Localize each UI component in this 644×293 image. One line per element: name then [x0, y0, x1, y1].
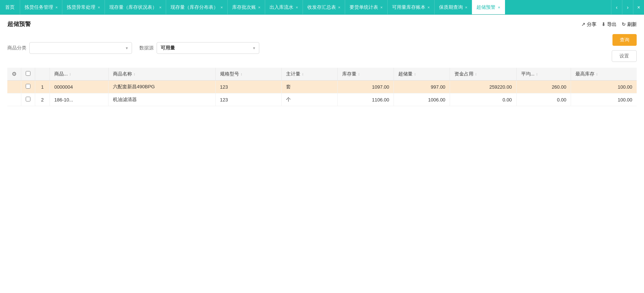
nav-tab-3[interactable]: 现存量（库存状况表） × — [105, 0, 166, 15]
row2-sku: 186-10... — [50, 93, 109, 106]
close-tab-7-icon[interactable]: × — [338, 5, 340, 10]
nav-close-button[interactable]: × — [633, 0, 644, 15]
share-button[interactable]: ↗ 分享 — [581, 21, 596, 28]
nav-tab-8[interactable]: 要货单统计表 × — [345, 0, 387, 15]
nav-tab-9[interactable]: 可用量库存账本 × — [388, 0, 435, 15]
row1-sku: 0000004 — [50, 81, 109, 93]
nav-tab-2[interactable]: 拣货异常处理 × — [62, 0, 105, 15]
refresh-icon: ↻ — [622, 22, 626, 27]
col-header-spec[interactable]: 规格型号 ↕ — [215, 68, 281, 81]
page-title: 超储预警 — [7, 21, 31, 28]
page-content: 超储预警 ↗ 分享 ⬇ 导出 ↻ 刷新 商品分类 ▾ — [0, 15, 644, 112]
col-header-over[interactable]: 超储量 ↕ — [394, 68, 450, 81]
row2-num: 2 — [35, 93, 50, 106]
select-all-checkbox[interactable] — [26, 71, 30, 76]
spec-sort-icon: ↕ — [241, 72, 242, 76]
nav-tab-1[interactable]: 拣货任务管理 × — [20, 0, 62, 15]
close-tab-10-icon[interactable]: × — [465, 5, 467, 10]
sku-sort-icon: ↕ — [69, 72, 71, 76]
gear-icon[interactable]: ⚙ — [12, 71, 17, 77]
category-select[interactable]: ▾ — [29, 42, 132, 54]
row1-settings-cell — [7, 81, 21, 93]
nav-tab-11[interactable]: 超储预警 × — [472, 0, 505, 15]
page-title-actions: ↗ 分享 ⬇ 导出 ↻ 刷新 — [581, 21, 637, 28]
col-header-rownum — [35, 68, 50, 81]
row1-checkbox[interactable] — [26, 84, 30, 89]
max-sort[interactable]: 最高库存 ↕ — [575, 71, 598, 77]
row2-name: 机油滤清器 — [109, 93, 216, 106]
col-header-checkbox[interactable] — [21, 68, 35, 81]
setting-button[interactable]: 设置 — [612, 50, 637, 62]
page-title-row: 超储预警 ↗ 分享 ⬇ 导出 ↻ 刷新 — [7, 21, 637, 28]
filter-row: 商品分类 ▾ 数据源 可用量 ▾ 查询 设置 — [7, 34, 637, 62]
name-sort-icon: ↕ — [133, 72, 135, 76]
max-sort-icon: ↕ — [596, 72, 598, 76]
export-button[interactable]: ⬇ 导出 — [601, 21, 616, 28]
export-icon: ⬇ — [601, 22, 605, 27]
table-row: 2 186-10... 机油滤清器 123 个 1106.00 1006.00 … — [7, 93, 637, 106]
close-tab-1-icon[interactable]: × — [55, 5, 58, 10]
col-header-fund[interactable]: 资金占用 ↕ — [450, 68, 516, 81]
nav-tab-4[interactable]: 现存量（库存分布表） × — [166, 0, 227, 15]
avg-sort[interactable]: 平均... ↕ — [521, 71, 538, 77]
unit-sort-icon: ↕ — [302, 72, 304, 76]
col-header-settings[interactable]: ⚙ — [7, 68, 21, 81]
close-tab-8-icon[interactable]: × — [380, 5, 383, 10]
fund-sort[interactable]: 资金占用 ↕ — [454, 71, 477, 77]
query-button[interactable]: 查询 — [612, 34, 637, 46]
close-tab-11-icon[interactable]: × — [498, 5, 500, 10]
close-tab-4-icon[interactable]: × — [220, 5, 223, 10]
close-tab-5-icon[interactable]: × — [258, 5, 260, 10]
refresh-button[interactable]: ↻ 刷新 — [622, 21, 637, 28]
nav-tab-10[interactable]: 保质期查询 × — [435, 0, 472, 15]
row1-checkbox-cell[interactable] — [21, 81, 35, 93]
name-sort[interactable]: 商品名称 ↕ — [113, 71, 135, 77]
nav-tab-7[interactable]: 收发存汇总表 × — [303, 0, 345, 15]
datasource-label: 数据源 — [139, 45, 154, 51]
row2-spec: 123 — [215, 93, 281, 106]
row1-unit: 套 — [282, 81, 338, 93]
avg-sort-icon: ↕ — [536, 72, 538, 76]
row2-checkbox-cell[interactable] — [21, 93, 35, 106]
sku-sort[interactable]: 商品... ↕ — [54, 71, 71, 77]
row1-avg: 260.00 — [516, 81, 571, 93]
row2-checkbox[interactable] — [26, 97, 30, 101]
col-header-sku[interactable]: 商品... ↕ — [50, 68, 109, 81]
datasource-filter: 数据源 可用量 ▾ — [139, 42, 259, 54]
category-dropdown-icon: ▾ — [126, 46, 128, 51]
nav-next-button[interactable]: › — [622, 0, 633, 15]
row1-over: 997.00 — [394, 81, 450, 93]
nav-home[interactable]: 首页 — [0, 0, 20, 15]
category-filter: 商品分类 ▾ — [7, 42, 132, 54]
row1-fund: 259220.00 — [450, 81, 516, 93]
datasource-select[interactable]: 可用量 ▾ — [157, 42, 259, 54]
row2-stock: 1106.00 — [338, 93, 394, 106]
datasource-dropdown-icon: ▾ — [253, 46, 255, 51]
close-tab-3-icon[interactable]: × — [159, 5, 161, 10]
close-tab-2-icon[interactable]: × — [98, 5, 100, 10]
over-sort[interactable]: 超储量 ↕ — [398, 71, 416, 77]
row2-settings-cell — [7, 93, 21, 106]
stock-sort[interactable]: 库存量 ↕ — [342, 71, 360, 77]
row2-fund: 0.00 — [450, 93, 516, 106]
nav-tab-6[interactable]: 出入库流水 × — [265, 0, 303, 15]
row1-num: 1 — [35, 81, 50, 93]
nav-tab-5[interactable]: 库存批次账 × — [228, 0, 265, 15]
close-tab-6-icon[interactable]: × — [296, 5, 298, 10]
top-navigation: 首页 拣货任务管理 × 拣货异常处理 × 现存量（库存状况表） × 现存量（库存… — [0, 0, 644, 15]
col-header-avg[interactable]: 平均... ↕ — [516, 68, 571, 81]
nav-prev-button[interactable]: ‹ — [611, 0, 622, 15]
category-label: 商品分类 — [7, 45, 26, 51]
close-tab-9-icon[interactable]: × — [428, 5, 430, 10]
spec-sort[interactable]: 规格型号 ↕ — [220, 71, 242, 77]
col-header-stock[interactable]: 库存量 ↕ — [338, 68, 394, 81]
col-header-name[interactable]: 商品名称 ↕ — [109, 68, 216, 81]
row2-unit: 个 — [282, 93, 338, 106]
col-header-unit[interactable]: 主计量 ↕ — [282, 68, 338, 81]
row2-max: 100.00 — [571, 93, 637, 106]
share-icon: ↗ — [581, 22, 585, 27]
stock-sort-icon: ↕ — [358, 72, 360, 76]
col-header-max[interactable]: 最高库存 ↕ — [571, 68, 637, 81]
unit-sort[interactable]: 主计量 ↕ — [286, 71, 304, 77]
filter-buttons: 查询 设置 — [612, 34, 637, 62]
